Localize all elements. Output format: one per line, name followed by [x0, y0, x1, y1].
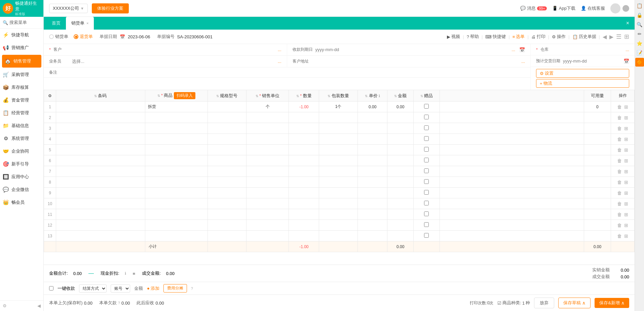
tab-close-icon[interactable]: × [86, 21, 88, 25]
right-tool-note[interactable]: 📝 [635, 48, 644, 57]
copy-row-btn[interactable]: ⊞ [623, 190, 629, 196]
history-btn[interactable]: 📋 历史单据 [572, 34, 596, 40]
sort-goods-icon[interactable]: ⇅ [157, 94, 160, 98]
app-download-btn[interactable]: 📱 App下载 [552, 5, 575, 11]
sidebar-item-enterprise[interactable]: 🤝 企业协同 [0, 145, 43, 158]
sidebar-item-quicknav[interactable]: ⚡ 快捷导航 [0, 29, 43, 41]
salesperson-dots-btn[interactable]: ... [278, 59, 281, 64]
delete-row-btn[interactable]: 🗑 [616, 222, 622, 229]
radio-return[interactable]: 退货单 [74, 34, 93, 40]
video-btn[interactable]: ▶ 视频 [447, 34, 460, 40]
add-payment-btn[interactable]: ● 添加 [147, 285, 159, 291]
tab-home[interactable]: 首页 [46, 17, 66, 30]
copy-row-btn[interactable]: ⊞ [623, 233, 629, 239]
sort-amount-icon[interactable]: ⇅ [394, 94, 397, 98]
message-btn[interactable]: 💬 消息 99+ [520, 5, 547, 11]
copy-row-btn[interactable]: ⊞ [623, 147, 629, 153]
sidebar-item-finance[interactable]: 💰 资金管理 [0, 94, 43, 107]
delete-row-btn[interactable]: 🗑 [616, 125, 622, 132]
sidebar-item-operations[interactable]: 📋 经营管理 [0, 107, 43, 119]
tabbar-close-icon[interactable]: × [623, 20, 632, 26]
payment-method-select[interactable]: 结算方式 [79, 284, 107, 293]
radio-sales[interactable]: 销货单 [49, 34, 68, 40]
sort-spec-icon[interactable]: ⇅ [216, 94, 219, 98]
remarks-input[interactable] [72, 70, 525, 75]
sort-unit-icon[interactable]: ⇅ [256, 94, 258, 98]
sidebar-item-basic[interactable]: 📁 基础信息 [0, 119, 43, 132]
one-click-pay-checkbox[interactable] [49, 286, 53, 290]
th-gear[interactable]: ⚙ [44, 90, 56, 102]
copy-row-btn[interactable]: ⊞ [623, 211, 629, 218]
customer-dots-btn[interactable]: ... [278, 47, 281, 52]
sort-packqty-icon[interactable]: ⇅ [328, 94, 330, 98]
sidebar-item-wecom[interactable]: 💬 企业微信 [0, 183, 43, 196]
sidebar-item-purchase[interactable]: 🛒 采购管理 [0, 68, 43, 81]
copy-row-btn[interactable]: ⊞ [623, 157, 629, 164]
copy-row-btn[interactable]: ⊞ [623, 179, 629, 186]
sidebar-item-system[interactable]: ⚙ 系统管理 [0, 132, 43, 145]
right-tool-star[interactable]: ⭐ [635, 39, 644, 48]
save-draft-btn[interactable]: 保存草稿 ∧ [558, 298, 591, 308]
abandon-btn[interactable]: 放弃 [534, 298, 554, 308]
right-tool-doc[interactable]: 📋 [635, 1, 644, 10]
experience-btn[interactable]: 体验行业方案 [92, 3, 129, 13]
salesperson-input[interactable] [72, 59, 275, 64]
online-service-btn[interactable]: 👤 在线客服 [581, 5, 605, 11]
address-dots-btn[interactable]: ... [521, 59, 525, 64]
copy-row-btn[interactable]: ⊞ [623, 114, 629, 121]
customer-address-input[interactable] [315, 59, 519, 64]
sort-barcode-icon[interactable]: ⇅ [94, 94, 97, 98]
settings-bottom-icon[interactable]: ⚙ [3, 303, 7, 308]
delete-row-btn[interactable]: 🗑 [616, 168, 622, 175]
right-tool-edit[interactable]: ✏ [635, 30, 644, 38]
company-selector[interactable]: XXXXXX公司 ▼ [49, 4, 88, 13]
payment-date-dots-btn[interactable]: ... [512, 47, 515, 52]
delete-row-btn[interactable]: 🗑 [616, 233, 622, 239]
copy-row-btn[interactable]: ⊞ [623, 104, 629, 110]
sort-price-icon[interactable]: ⇅ [365, 94, 368, 98]
sidebar-item-marketing[interactable]: 📢 营销推广 [0, 41, 43, 54]
tab-sales[interactable]: 销货单 × [66, 17, 94, 30]
view-grid-btn[interactable]: ⊞ [624, 33, 629, 40]
select-btn[interactable]: ≡ 选单 [513, 34, 525, 40]
sidebar-item-member[interactable]: 👑 畅会员 [0, 196, 43, 209]
copy-row-btn[interactable]: ⊞ [623, 136, 629, 143]
customer-input[interactable] [76, 47, 275, 52]
calendar-payment-icon[interactable]: 📅 [519, 47, 525, 52]
sidebar-item-inventory[interactable]: 📦 库存核算 [0, 81, 43, 94]
expense-split-btn[interactable]: 费用分摊 [163, 284, 187, 293]
view-list-btn[interactable]: ☰ [616, 33, 621, 40]
copy-row-btn[interactable]: ⊞ [623, 125, 629, 132]
settings-btn[interactable]: ⚙ 设置 [536, 69, 629, 78]
sort-qty-icon[interactable]: ⇅ [296, 94, 299, 98]
delete-row-btn[interactable]: 🗑 [616, 147, 622, 153]
delete-row-btn[interactable]: 🗑 [616, 179, 622, 186]
sort-gift-icon[interactable]: ⇅ [420, 94, 423, 98]
logistics-btn[interactable]: + 物流 [536, 79, 629, 88]
operate-btn[interactable]: ⚙ 操作 [552, 34, 566, 40]
help-btn[interactable]: ? 帮助 [467, 34, 479, 40]
expected-date-input[interactable] [563, 59, 619, 64]
copy-row-btn[interactable]: ⊞ [623, 222, 629, 229]
warehouse-input[interactable]: 建材仓 [563, 47, 623, 52]
delete-row-btn[interactable]: 🗑 [616, 211, 622, 218]
print-btn[interactable]: 🖨 打印 [531, 34, 545, 40]
collapse-icon[interactable]: ◀ [37, 303, 41, 308]
expense-help-icon[interactable]: ? [191, 286, 193, 290]
delete-row-btn[interactable]: 🗑 [616, 104, 622, 110]
sidebar-search[interactable]: 🔍 搜索菜单 [0, 17, 43, 29]
right-tool-alert[interactable]: 🔶 [635, 58, 644, 67]
debt-help-icon[interactable]: ? [118, 301, 120, 305]
avatar[interactable] [610, 3, 620, 13]
delete-row-btn[interactable]: 🗑 [616, 157, 622, 164]
save-new-btn[interactable]: 保存&新增 ∧ [595, 298, 629, 308]
copy-row-btn[interactable]: ⊞ [623, 168, 629, 175]
right-tool-lock[interactable]: 🔒 [635, 11, 644, 20]
sidebar-item-guide[interactable]: 🎯 新手引导 [0, 158, 43, 170]
delete-row-btn[interactable]: 🗑 [616, 190, 622, 196]
copy-row-btn[interactable]: ⊞ [623, 200, 629, 207]
shortcut-btn[interactable]: ⌨ 快捷键 [485, 34, 506, 40]
nav-next-btn[interactable]: ▶ [609, 34, 613, 40]
scan-btn[interactable]: 扫码录入 [174, 92, 195, 99]
nav-prev-btn[interactable]: ◀ [603, 34, 607, 40]
